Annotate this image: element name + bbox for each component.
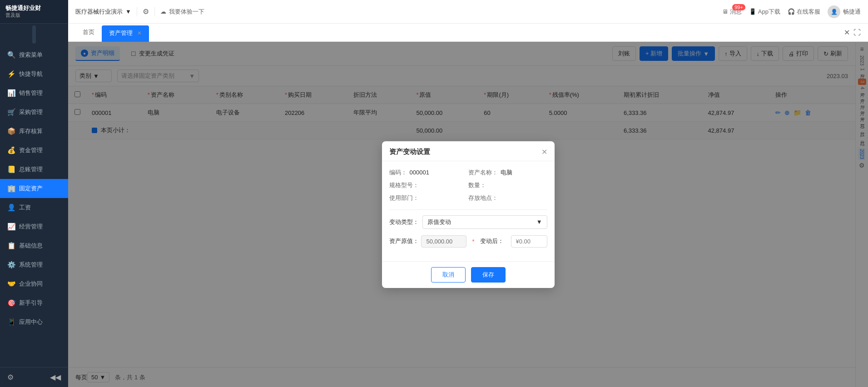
sidebar-scrollbar[interactable] (32, 25, 36, 44)
sidebar-item-quick-nav[interactable]: ⚡ 快捷导航 (0, 64, 68, 84)
save-button[interactable]: 保存 (471, 267, 506, 283)
change-type-select[interactable]: 原值变动 ▼ (422, 215, 547, 229)
service-btn[interactable]: 🎧 在线客服 (788, 8, 820, 16)
sidebar-item-label: 销售管理 (19, 89, 43, 97)
sidebar-item-enterprise[interactable]: 🤝 企业协同 (0, 274, 68, 293)
avatar: 👤 (828, 5, 840, 18)
sidebar-item-label: 搜索菜单 (19, 51, 43, 59)
change-type-row: 变动类型： 原值变动 ▼ (389, 215, 547, 229)
sidebar-item-finance[interactable]: 💰 资金管理 (0, 141, 68, 160)
experience-label: 我要体验一下 (169, 8, 204, 16)
asset-change-dialog: 资产变动设置 ✕ 编码： 000001 资产名称： 电脑 (382, 141, 555, 288)
sidebar-item-payroll[interactable]: 👤 工资 (0, 198, 68, 217)
sidebar-item-app-center[interactable]: 📱 应用中心 (0, 313, 68, 332)
sidebar-item-label: 应用中心 (19, 318, 43, 326)
dialog-overlay: 资产变动设置 ✕ 编码： 000001 资产名称： 电脑 (68, 42, 868, 387)
change-type-value: 原值变动 (427, 218, 451, 226)
info-code: 编码： 000001 (389, 169, 468, 177)
sales-icon: 📊 (7, 89, 15, 97)
sidebar-item-inventory[interactable]: 📦 库存核算 (0, 122, 68, 141)
sidebar-item-fixed-assets[interactable]: 🏢 固定资产 (0, 179, 68, 198)
notification-icon: 🖥 (722, 8, 728, 15)
app-download-btn[interactable]: 📱 App下载 (749, 8, 780, 16)
logo-text: 畅捷通好业财 (5, 5, 41, 12)
tab-home-label: 首页 (83, 28, 94, 36)
topbar-right: 🖥 消息 99+ 📱 App下载 🎧 在线客服 👤 畅捷通 (722, 5, 861, 18)
dialog-close-icon[interactable]: ✕ (541, 148, 547, 156)
sidebar-item-label: 库存核算 (19, 127, 43, 135)
ledger-icon: 📒 (7, 165, 15, 174)
sidebar-item-system[interactable]: ⚙️ 系统管理 (0, 255, 68, 274)
service-icon: 🎧 (788, 8, 795, 15)
window-minimize-icon[interactable]: ✕ (844, 28, 850, 37)
tab-close-icon[interactable]: ✕ (137, 30, 142, 36)
settings-icon[interactable]: ⚙ (7, 373, 14, 382)
company-selector[interactable]: 医疗器械行业演示 ▼ (75, 8, 131, 16)
dialog-footer: 取消 保存 (382, 261, 555, 288)
cloud-icon: ☁ (160, 8, 166, 15)
phone-icon: 📱 (749, 8, 756, 15)
purchase-icon: 🛒 (7, 108, 15, 116)
page-content: ● 资产明细 ☐ 变更生成凭证 刘账 + 新增 (68, 42, 868, 387)
experience-btn[interactable]: ☁ 我要体验一下 (160, 8, 204, 16)
dialog-header: 资产变动设置 ✕ (382, 141, 555, 161)
service-label: 在线客服 (797, 8, 820, 16)
sidebar-item-guide[interactable]: 🎯 新手引导 (0, 293, 68, 313)
sidebar-item-ledger[interactable]: 📒 总账管理 (0, 160, 68, 179)
spec-label: 规格型号： (389, 181, 419, 189)
divider2 (154, 7, 155, 16)
sidebar-item-basic-info[interactable]: 📋 基础信息 (0, 236, 68, 255)
sidebar-footer: ⚙ ◀◀ (0, 367, 68, 387)
sidebar-item-operations[interactable]: 📈 经营管理 (0, 217, 68, 236)
dialog-divider (389, 209, 547, 210)
gear-icon[interactable]: ⚙ (143, 7, 149, 16)
required-star: * (472, 238, 474, 245)
sidebar-menu: 🔍 搜索菜单 ⚡ 快捷导航 📊 销售管理 🛒 采购管理 📦 库存核算 💰 (0, 45, 68, 367)
system-icon: ⚙️ (7, 261, 15, 269)
info-asset-name: 资产名称： 电脑 (468, 169, 547, 177)
value-row: 资产原值： 50,000.00 * 变动后： (389, 235, 547, 248)
app-download-label: App下载 (758, 8, 780, 16)
finance-icon: 💰 (7, 146, 15, 154)
sidebar-item-label: 经营管理 (19, 223, 43, 231)
sidebar-item-search[interactable]: 🔍 搜索菜单 (0, 45, 68, 64)
code-label: 编码： (389, 169, 407, 177)
sidebar-item-sales[interactable]: 📊 销售管理 (0, 84, 68, 103)
sidebar-item-label: 采购管理 (19, 108, 43, 116)
enterprise-icon: 🤝 (7, 280, 15, 288)
after-change-label: 变动后： (480, 237, 507, 245)
payroll-icon: 👤 (7, 203, 15, 212)
window-maximize-icon[interactable]: ⛶ (853, 29, 861, 37)
sidebar-item-label: 新手引导 (19, 299, 43, 307)
original-value-label: 资产原值： (389, 237, 418, 245)
chevron-down-icon: ▼ (125, 8, 131, 15)
user-name: 畅捷通 (843, 8, 861, 16)
sidebar-item-label: 固定资产 (19, 184, 43, 193)
sidebar-item-label: 系统管理 (19, 261, 43, 269)
app-center-icon: 📱 (7, 318, 15, 326)
dialog-info-grid: 编码： 000001 资产名称： 电脑 规格型号： (389, 169, 547, 202)
operations-icon: 📈 (7, 223, 15, 231)
tab-asset-mgmt-label: 资产管理 (109, 29, 133, 37)
info-department: 使用部门： (389, 194, 468, 202)
sidebar-logo: 畅捷通好业财 普及版 (0, 0, 68, 24)
company-name: 医疗器械行业演示 (75, 8, 123, 16)
sidebar-item-label: 快捷导航 (19, 70, 43, 78)
tab-home[interactable]: 首页 (75, 24, 102, 42)
cancel-button[interactable]: 取消 (431, 267, 466, 283)
sidebar-item-label: 资金管理 (19, 146, 43, 154)
quick-nav-icon: ⚡ (7, 70, 15, 78)
sidebar-item-purchase[interactable]: 🛒 采购管理 (0, 103, 68, 122)
dialog-body: 编码： 000001 资产名称： 电脑 规格型号： (382, 161, 555, 261)
notification-btn[interactable]: 🖥 消息 99+ (722, 8, 742, 16)
topbar: 医疗器械行业演示 ▼ ⚙ ☁ 我要体验一下 🖥 消息 99+ 📱 App下载 (68, 0, 868, 24)
info-quantity: 数量： (468, 181, 547, 189)
info-spec: 规格型号： (389, 181, 468, 189)
asset-name-value: 电脑 (501, 169, 512, 177)
change-type-label: 变动类型： (389, 218, 419, 226)
user-menu[interactable]: 👤 畅捷通 (828, 5, 861, 18)
after-change-input[interactable] (511, 235, 547, 248)
tab-asset-mgmt[interactable]: 资产管理 ✕ (102, 25, 149, 42)
fixed-assets-icon: 🏢 (7, 184, 15, 193)
collapse-icon[interactable]: ◀◀ (50, 373, 61, 382)
